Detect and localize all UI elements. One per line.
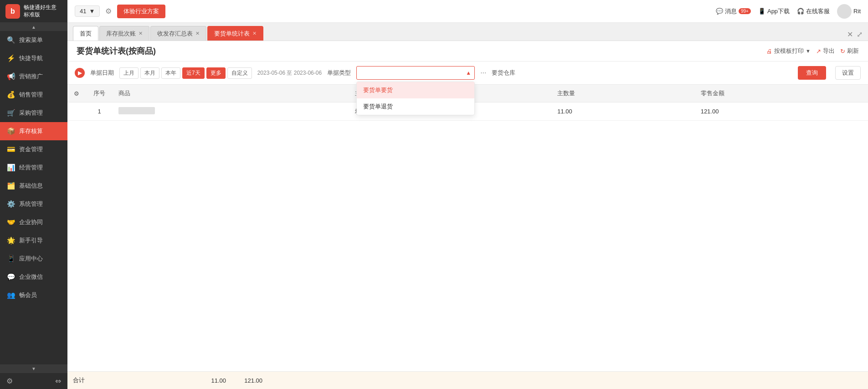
tab-order-stat-close[interactable]: ✕ — [252, 31, 257, 36]
app-download-icon: 📱 — [758, 8, 765, 15]
tabs-expand-icon[interactable]: ⤢ — [857, 30, 863, 39]
tab-home-label: 首页 — [80, 30, 92, 38]
table-footer: 合计 11.00 121.00 — [67, 371, 868, 389]
topbar-right: 💬 消息 99+ 📱 App下载 🎧 在线客服 Rit — [716, 4, 861, 19]
sidebar-label-collab: 企业协同 — [19, 218, 43, 226]
sidebar-label-inventory: 库存核算 — [19, 127, 43, 135]
page-header: 要货单统计表(按商品) 🖨 按模板打印 ▼ ↗ 导出 ↻ 刷新 — [67, 41, 868, 61]
type-filter-input[interactable] — [356, 66, 475, 80]
sidebar-item-search[interactable]: 🔍搜索菜单 — [0, 31, 67, 49]
sidebar-icon-system: ⚙️ — [6, 200, 15, 209]
sidebar-item-shortcut[interactable]: ⚡快捷导航 — [0, 49, 67, 67]
tab-order-stat[interactable]: 要货单统计表 ✕ — [207, 26, 263, 41]
sidebar-collapse-icon[interactable]: ⇔ — [55, 377, 61, 385]
sidebar-item-member[interactable]: 👥畅会员 — [0, 286, 67, 304]
sidebar-settings-icon[interactable]: ⚙ — [6, 377, 13, 385]
message-icon: 💬 — [716, 8, 723, 15]
tab-batch[interactable]: 库存批次账 ✕ — [99, 26, 149, 41]
row-num: 1 — [86, 102, 113, 121]
user-avatar — [837, 4, 852, 19]
topbar-settings-icon[interactable]: ⚙ — [105, 7, 112, 15]
sidebar-icon-inventory: 📦 — [6, 127, 15, 136]
sidebar-icon-marketing: 📢 — [6, 72, 15, 81]
sidebar-item-inventory[interactable]: 📦库存核算 — [0, 122, 67, 140]
tab-batch-label: 库存批次账 — [106, 30, 136, 38]
trial-button[interactable]: 体验行业方案 — [117, 5, 165, 18]
print-icon: 🖨 — [766, 48, 772, 55]
date-btn-this-year[interactable]: 本年 — [161, 67, 180, 79]
sidebar-item-guide[interactable]: 🌟新手引导 — [0, 231, 67, 250]
sidebar-item-sales[interactable]: 💰销售管理 — [0, 86, 67, 104]
sidebar-item-marketing[interactable]: 📢营销推广 — [0, 67, 67, 86]
tabs-right: ✕ ⤢ — [847, 30, 863, 39]
sidebar-label-marketing: 营销推广 — [19, 72, 43, 81]
store-selector[interactable]: 41 ▼ — [75, 5, 100, 17]
date-btn-more[interactable]: 更多 — [206, 67, 226, 79]
message-label: 消息 — [725, 7, 737, 15]
sidebar-label-member: 畅会员 — [19, 291, 37, 299]
headset-icon: 🎧 — [797, 8, 804, 15]
footer-quantity: 11.00 — [199, 377, 235, 384]
sidebar-item-purchase[interactable]: 🛒采购管理 — [0, 104, 67, 122]
app-download-item[interactable]: 📱 App下载 — [758, 7, 790, 15]
sidebar-scroll-up[interactable]: ▲ — [0, 23, 67, 31]
query-button[interactable]: 查询 — [798, 66, 826, 80]
sidebar-scroll-down[interactable]: ▼ — [0, 364, 67, 373]
sidebar: b 畅捷通好生意 标准版 ▲ 🔍搜索菜单⚡快捷导航📢营销推广💰销售管理🛒采购管理… — [0, 0, 67, 389]
sidebar-item-finance[interactable]: 💳资金管理 — [0, 140, 67, 159]
col-header-quantity: 主数量 — [552, 85, 695, 102]
refresh-button[interactable]: ↻ 刷新 — [840, 47, 859, 55]
sidebar-icon-finance: 💳 — [6, 145, 15, 154]
sidebar-label-sales: 销售管理 — [19, 91, 43, 99]
online-service-item[interactable]: 🎧 在线客服 — [797, 7, 830, 15]
date-btn-custom[interactable]: 自定义 — [227, 67, 252, 79]
sidebar-icon-member: 👥 — [6, 291, 15, 300]
page-container: 要货单统计表(按商品) 🖨 按模板打印 ▼ ↗ 导出 ↻ 刷新 ▶ — [67, 41, 868, 389]
sidebar-label-appstore: 应用中心 — [19, 255, 43, 263]
sidebar-item-collab[interactable]: 🤝企业协同 — [0, 213, 67, 231]
refresh-icon: ↻ — [840, 48, 845, 55]
footer-label: 合计 — [73, 376, 85, 384]
export-label: 导出 — [823, 47, 835, 55]
tab-summary[interactable]: 收发存汇总表 ✕ — [150, 26, 206, 41]
tabs-close-all-icon[interactable]: ✕ — [847, 30, 853, 39]
tabs-bar: 首页 库存批次账 ✕ 收发存汇总表 ✕ 要货单统计表 ✕ ✕ ⤢ — [67, 23, 868, 41]
export-button[interactable]: ↗ 导出 — [816, 47, 835, 55]
tab-batch-close[interactable]: ✕ — [139, 31, 143, 36]
online-service-label: 在线客服 — [806, 7, 830, 15]
tab-home[interactable]: 首页 — [73, 26, 98, 41]
print-button[interactable]: 🖨 按模板打印 ▼ — [766, 47, 811, 55]
row-quantity: 11.00 — [552, 102, 695, 121]
message-item[interactable]: 💬 消息 99+ — [716, 7, 751, 15]
col-header-product: 商品 — [113, 85, 349, 102]
type-filter-arrow[interactable]: ▲ — [466, 70, 471, 76]
refresh-label: 刷新 — [847, 47, 859, 55]
user-item[interactable]: Rit — [837, 4, 861, 19]
tab-summary-close[interactable]: ✕ — [195, 31, 200, 36]
topbar: 41 ▼ ⚙ 体验行业方案 💬 消息 99+ 📱 App下载 🎧 在线客服 — [67, 0, 868, 23]
main-content: 41 ▼ ⚙ 体验行业方案 💬 消息 99+ 📱 App下载 🎧 在线客服 — [67, 0, 868, 389]
date-btn-7days[interactable]: 近7天 — [182, 67, 205, 79]
date-btn-this-month[interactable]: 本月 — [140, 67, 159, 79]
dropdown-item-require-order[interactable]: 要货单要货 — [357, 82, 474, 98]
date-btn-last-month[interactable]: 上月 — [119, 67, 139, 79]
col-header-amount: 零售金额 — [695, 85, 868, 102]
topbar-left: 41 ▼ ⚙ 体验行业方案 — [75, 5, 165, 18]
col-header-settings[interactable]: ⚙ — [67, 85, 86, 102]
sidebar-icon-purchase: 🛒 — [6, 108, 15, 118]
dropdown-item-return-order[interactable]: 要货单退货 — [357, 98, 474, 115]
sidebar-icon-search: 🔍 — [6, 36, 15, 45]
filter-more-dots[interactable]: ··· — [480, 69, 486, 77]
type-dropdown-popup: 要货单要货 要货单退货 — [356, 82, 475, 115]
settings-row-button[interactable]: 设置 — [835, 66, 861, 80]
sidebar-label-operation: 经营管理 — [19, 164, 43, 172]
sidebar-item-appstore[interactable]: 📱应用中心 — [0, 250, 67, 268]
sidebar-label-purchase: 采购管理 — [19, 109, 43, 117]
sidebar-icon-sales: 💰 — [6, 90, 15, 99]
sidebar-item-operation[interactable]: 📊经营管理 — [0, 159, 67, 177]
expand-filter-button[interactable]: ▶ — [75, 68, 85, 78]
sidebar-item-wechat[interactable]: 💬企业微信 — [0, 268, 67, 286]
sidebar-label-finance: 资金管理 — [19, 145, 43, 154]
sidebar-item-system[interactable]: ⚙️系统管理 — [0, 195, 67, 213]
sidebar-item-basic[interactable]: 🗂️基础信息 — [0, 177, 67, 195]
